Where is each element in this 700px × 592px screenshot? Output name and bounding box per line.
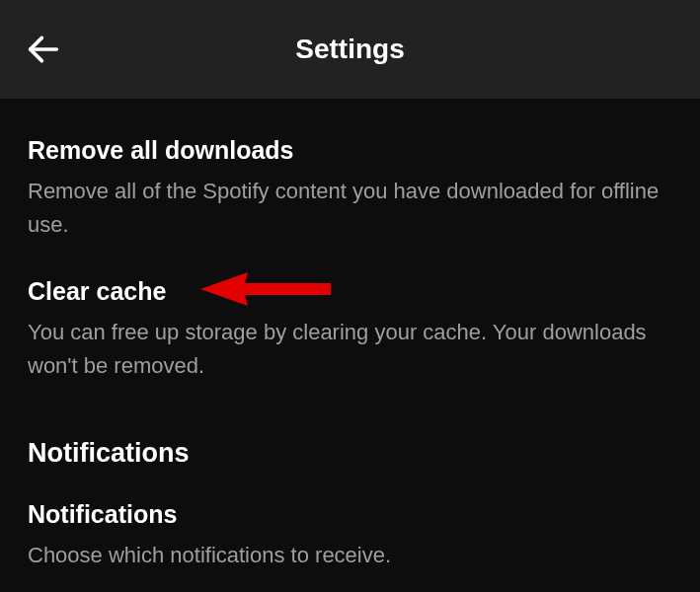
notifications-item[interactable]: Notifications Choose which notifications… [28, 486, 672, 592]
clear-cache-description: You can free up storage by clearing your… [28, 316, 672, 383]
remove-downloads-title: Remove all downloads [28, 136, 672, 165]
notifications-title: Notifications [28, 500, 672, 529]
header-bar: Settings [0, 0, 700, 99]
back-button[interactable] [24, 30, 63, 69]
notifications-section-header: Notifications [28, 405, 672, 486]
back-arrow-icon [24, 30, 63, 69]
clear-cache-title: Clear cache [28, 277, 672, 306]
remove-downloads-description: Remove all of the Spotify content you ha… [28, 175, 672, 242]
remove-downloads-item[interactable]: Remove all downloads Remove all of the S… [28, 122, 672, 263]
notifications-description: Choose which notifications to receive. [28, 539, 672, 572]
page-title: Settings [24, 34, 676, 65]
clear-cache-item[interactable]: Clear cache You can free up storage by c… [28, 263, 672, 405]
settings-content: Remove all downloads Remove all of the S… [0, 99, 700, 592]
